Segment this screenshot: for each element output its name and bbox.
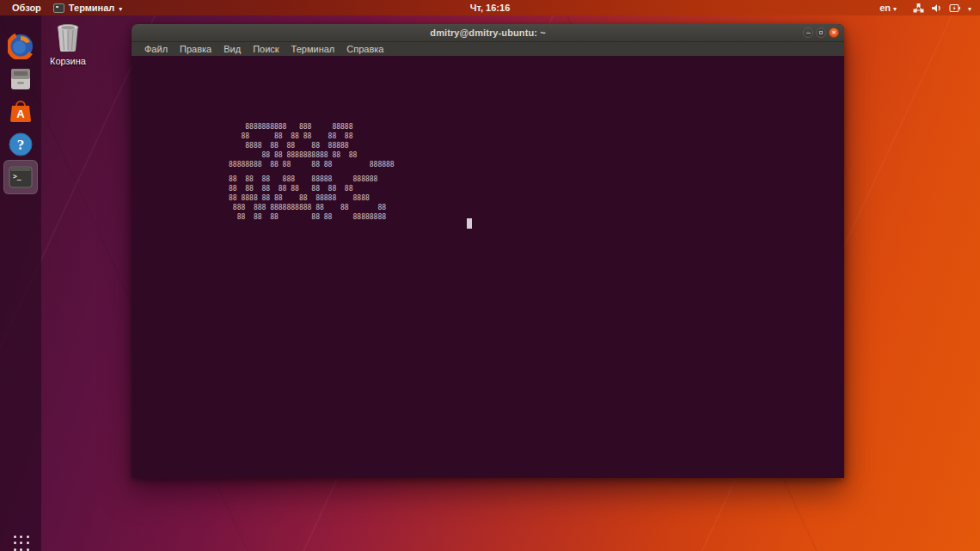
battery-icon [949,3,961,13]
terminal-cursor [467,218,472,229]
close-button[interactable]: × [829,28,839,38]
app-menu-label: Терминал [69,3,115,13]
firefox-icon [8,34,34,59]
dock-item-ubuntu-software[interactable]: A [8,99,34,125]
dock-item-terminal[interactable]: >_ [8,164,34,190]
menu-view[interactable]: Вид [217,44,247,54]
chevron-down-icon: ▾ [893,4,897,12]
system-status-button[interactable]: ▾ [913,3,971,13]
dock-item-firefox[interactable] [8,34,34,59]
terminal-menubar: Файл Правка Вид Поиск Терминал Справка [132,42,844,56]
dock-item-help[interactable]: ? [8,132,34,157]
help-icon: ? [8,132,34,157]
dock-item-files[interactable] [8,66,34,92]
menu-search[interactable]: Поиск [247,44,285,54]
network-icon [913,3,924,13]
keyboard-layout-label: en [879,3,891,13]
clock-button[interactable]: Чт, 16:16 [470,3,511,13]
chevron-down-icon: ▾ [968,4,971,12]
ubuntu-software-icon: A [8,99,34,125]
window-titlebar[interactable]: dmitry@dmitry-ubuntu: ~ × [132,24,844,42]
terminal-content[interactable]: 8888888888 888 88888 88 88 88 88 88 88 8… [132,56,844,478]
keyboard-layout-button[interactable]: en ▾ [879,3,897,13]
svg-text:>_: >_ [13,173,21,181]
volume-icon [931,3,942,13]
terminal-window: dmitry@dmitry-ubuntu: ~ × Файл Правка Ви… [132,24,844,478]
menu-edit[interactable]: Правка [174,44,217,54]
terminal-icon: >_ [8,164,34,190]
terminal-mini-icon [53,3,64,13]
svg-text:A: A [16,107,25,120]
minimize-button[interactable] [803,28,813,38]
menu-file[interactable]: Файл [138,44,174,54]
svg-text:?: ? [17,137,25,153]
show-applications-button[interactable] [12,534,31,551]
trash-icon [53,22,83,53]
chevron-down-icon: ▾ [119,4,122,12]
maximize-button[interactable] [816,28,826,38]
top-bar: Обзор Терминал ▾ Чт, 16:16 en ▾ [0,0,980,15]
trash-desktop-icon[interactable]: Корзина [46,22,89,66]
files-icon [8,66,34,92]
ascii-art-line1: 8888888888 888 88888 88 88 88 88 88 88 8… [229,122,395,169]
activities-button[interactable]: Обзор [12,3,41,13]
menu-terminal[interactable]: Терминал [285,44,341,54]
window-title: dmitry@dmitry-ubuntu: ~ [430,28,545,38]
trash-label: Корзина [46,56,89,66]
dock: A ? >_ [0,15,41,551]
clock-container: Чт, 16:16 [0,3,980,13]
app-menu-button[interactable]: Терминал ▾ [53,3,123,13]
ascii-art-line2: 88 88 88 888 88888 888888 88 88 88 88 88… [229,174,386,222]
menu-help[interactable]: Справка [340,44,389,54]
